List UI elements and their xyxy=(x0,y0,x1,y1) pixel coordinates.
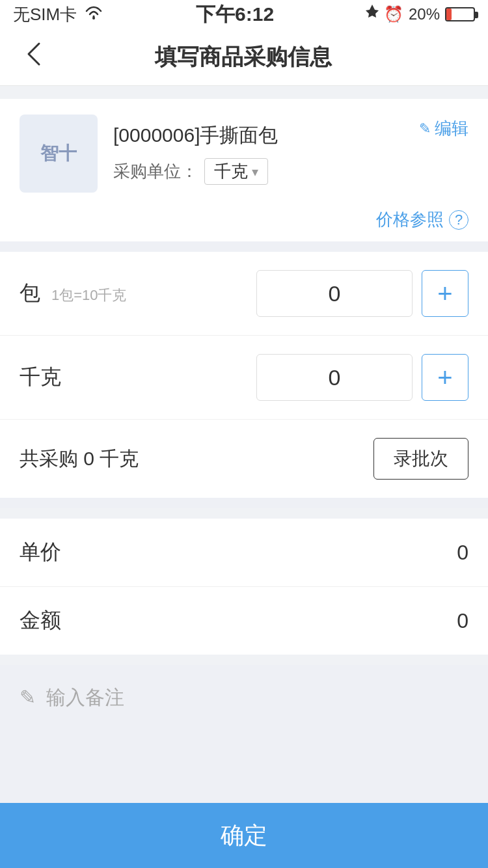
product-logo-text: 智十 xyxy=(40,141,77,166)
kg-label-text: 千克 xyxy=(20,365,61,388)
unit-price-label: 单价 xyxy=(20,538,61,567)
location-icon xyxy=(366,5,379,24)
total-value: 0 xyxy=(83,448,94,469)
total-text: 共采购 0 千克 xyxy=(20,446,139,472)
unit-value: 千克 xyxy=(214,160,248,183)
unit-label: 采购单位： xyxy=(113,160,198,183)
amount-label: 金额 xyxy=(20,606,61,635)
kg-row: 千克 + xyxy=(0,336,488,420)
divider-2 xyxy=(0,498,488,508)
price-section: 单价 0 金额 0 xyxy=(0,519,488,655)
bao-input[interactable] xyxy=(256,270,413,317)
quantity-section: 包 1包=10千克 + 千克 + xyxy=(0,252,488,420)
price-help-icon[interactable]: ? xyxy=(449,210,468,230)
help-text: ? xyxy=(455,211,463,228)
nav-bar: 填写商品采购信息 xyxy=(0,29,488,86)
kg-input[interactable] xyxy=(256,354,413,401)
unit-price-value: 0 xyxy=(457,541,468,565)
price-ref-label: 价格参照 xyxy=(376,208,444,231)
bao-label: 包 1包=10千克 xyxy=(20,279,256,308)
amount-value: 0 xyxy=(457,609,468,633)
edit-icon: ✎ xyxy=(419,120,431,137)
unit-price-row: 单价 0 xyxy=(0,519,488,587)
back-button[interactable] xyxy=(20,34,48,79)
wifi-icon xyxy=(83,5,104,25)
divider-1 xyxy=(0,241,488,252)
alarm-icon: ⏰ xyxy=(384,5,403,23)
status-time: 下午6:12 xyxy=(196,1,274,28)
battery-text: 20% xyxy=(409,5,440,23)
product-image: 智十 xyxy=(20,115,98,193)
status-left: 无SIM卡 xyxy=(13,3,104,26)
product-info: [0000006]手撕面包 采购单位： 千克 ▾ xyxy=(113,122,403,185)
battery-icon xyxy=(445,7,475,21)
notes-area[interactable]: ✎ 输入备注 xyxy=(0,665,488,743)
bao-label-text: 包 xyxy=(20,281,40,305)
kg-label: 千克 xyxy=(20,363,256,392)
pencil-icon: ✎ xyxy=(20,686,36,709)
bao-sublabel: 1包=10千克 xyxy=(51,287,127,303)
main-content: 智十 [0000006]手撕面包 采购单位： 千克 ▾ ✎ 编辑 价格参照 ? xyxy=(0,99,488,868)
amount-row: 金额 0 xyxy=(0,587,488,655)
edit-label: 编辑 xyxy=(435,117,468,140)
unit-dropdown-arrow: ▾ xyxy=(252,164,258,180)
price-ref-row: 价格参照 ? xyxy=(0,208,488,241)
status-right: ⏰ 20% xyxy=(366,5,475,24)
page-title: 填写商品采购信息 xyxy=(55,42,432,72)
edit-button[interactable]: ✎ 编辑 xyxy=(419,115,468,140)
bao-row: 包 1包=10千克 + xyxy=(0,252,488,336)
product-unit-row: 采购单位： 千克 ▾ xyxy=(113,158,403,185)
carrier-text: 无SIM卡 xyxy=(13,3,77,26)
unit-selector[interactable]: 千克 ▾ xyxy=(204,158,268,185)
confirm-button[interactable]: 确定 xyxy=(0,803,488,868)
batch-button[interactable]: 录批次 xyxy=(373,438,468,480)
product-card: 智十 [0000006]手撕面包 采购单位： 千克 ▾ ✎ 编辑 xyxy=(0,99,488,208)
price-reference[interactable]: 价格参照 ? xyxy=(376,208,468,231)
status-bar: 无SIM卡 下午6:12 ⏰ 20% xyxy=(0,0,488,29)
product-name: [0000006]手撕面包 xyxy=(113,122,403,149)
total-row: 共采购 0 千克 录批次 xyxy=(0,420,488,498)
bao-plus-button[interactable]: + xyxy=(422,270,468,317)
svg-point-0 xyxy=(92,17,95,20)
kg-plus-button[interactable]: + xyxy=(422,354,468,401)
notes-placeholder: 输入备注 xyxy=(46,685,124,711)
